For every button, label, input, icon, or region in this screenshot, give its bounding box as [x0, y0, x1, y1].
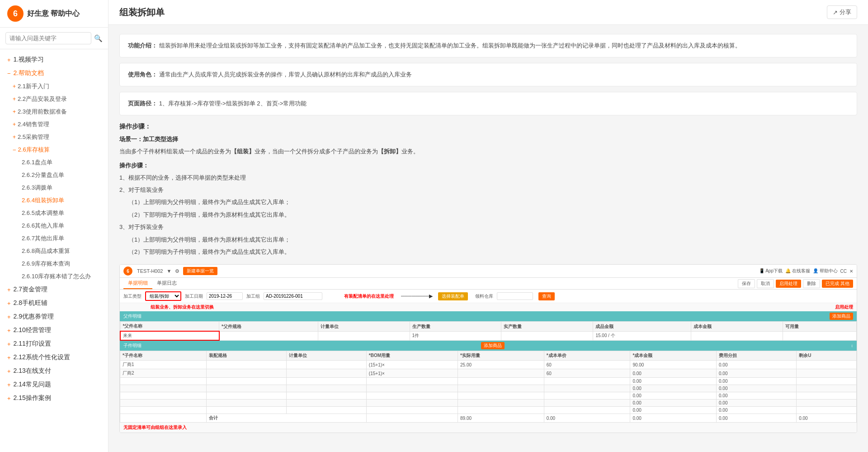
mock-upper-th-8: 可用量 — [783, 322, 856, 332]
sidebar-item-stocktake[interactable]: 2.6.1盘点单 — [22, 156, 108, 169]
sidebar-item-transfer[interactable]: 2.6.3调拨单 — [22, 181, 108, 194]
sidebar-section-label: 2.8手机旺辅 — [14, 299, 47, 307]
mock-upper-th-5: 实产数量 — [501, 322, 593, 332]
mock-upper-header-row: *父件名称 *父件规格 计量单位 生产数量 实产数量 成品金额 成本金额 可用量 — [120, 322, 857, 332]
mock-upper-cell-name: 来来 — [120, 331, 219, 340]
path-block: 页面路径： 1、库存核算->库存管理->组装拆卸单 2、首页->常用功能 — [119, 92, 857, 115]
sidebar-section-label: 2.13在线支付 — [14, 367, 51, 375]
mock-form-row1: 加工类型 组装/拆卸 组装 拆卸 加工日期 加工组 有装配清单的在这里处理 ──… — [120, 290, 857, 303]
sidebar-section-label: 2.11打印设置 — [14, 340, 51, 348]
sidebar-item-videos[interactable]: + 1.视频学习 — [0, 53, 108, 67]
steps-sub-title: 操作步骤： — [119, 162, 857, 170]
mock-lower-row-4: 0.000.00 — [120, 385, 857, 392]
sidebar-section-label: 2.帮助文档 — [14, 69, 44, 77]
mock-save-btn[interactable]: 保存 — [738, 279, 755, 288]
sidebar-item-cost-adjust[interactable]: 2.6.5成本调整单 — [22, 207, 108, 219]
sidebar-item-inventory[interactable]: − 2.6库存核算 — [13, 143, 108, 156]
mock-annotation-row: 组装业务、拆卸业务在这里切换 启用处理 — [120, 303, 857, 311]
ops-title: 操作步骤： — [119, 123, 857, 131]
screenshot-container: 6 TEST-H002 ▼ ⚙ 新建单据一览 📱 App下载 🔔 在线客服 👤 … — [119, 264, 857, 433]
mock-type-select[interactable]: 组装/拆卸 组装 拆卸 — [145, 291, 181, 301]
sidebar-item-purchase[interactable]: + 2.5采购管理 — [13, 131, 108, 143]
sidebar-section-label: 2.14常见问题 — [14, 381, 51, 389]
mock-lower-row-2: 厂商2 (15+1)× 60 0.00 0.00 — [120, 369, 857, 378]
mock-titlebar: 6 TEST-H002 ▼ ⚙ 新建单据一览 📱 App下载 🔔 在线客服 👤 … — [120, 265, 857, 278]
mock-logo: 6 — [123, 266, 132, 276]
sidebar-item-other-in[interactable]: 2.6.6其他入库单 — [22, 219, 108, 232]
sidebar-item-payment[interactable]: + 2.13在线支付 — [0, 364, 108, 378]
sidebar-item-ledger-fix[interactable]: 2.6.10库存账本错了怎么办 — [22, 270, 108, 283]
mock-app: 6 TEST-H002 ▼ ⚙ 新建单据一览 📱 App下载 🔔 在线客服 👤 … — [120, 265, 857, 433]
mock-complete-btn[interactable]: 已完成 其他 — [822, 280, 853, 288]
sidebar-section-label: 2.7资金管理 — [14, 285, 47, 294]
sidebar: 6 好生意 帮助中心 🔍 + 1.视频学习 − 2.帮助文档 + 2.1新手入门… — [0, 0, 108, 452]
sidebar-item-faq[interactable]: + 2.14常见问题 — [0, 378, 108, 391]
mock-lower-section-title: 子件明细 添加商品 ↕ — [120, 341, 857, 351]
sidebar-item-other-out[interactable]: 2.6.7其他出库单 — [22, 232, 108, 245]
sidebar-item-mobile[interactable]: + 2.8手机旺辅 — [0, 296, 108, 310]
mock-doc-no: TEST-H002 — [137, 268, 163, 274]
sidebar-item-partial-stocktake[interactable]: 2.6.2分量盘点单 — [22, 169, 108, 181]
mock-tab-log[interactable]: 单据日志 — [152, 278, 181, 289]
mock-delete-btn[interactable]: 删除 — [803, 279, 820, 288]
main-content: 组装拆卸单 ↗ 分享 功能介绍： 组装拆卸单用来处理企业组装或拆卸等加工业务，支… — [108, 0, 868, 452]
mock-lower-add-btn[interactable]: 添加商品 — [481, 342, 505, 349]
sidebar-item-cases[interactable]: + 2.15操作案例 — [0, 391, 108, 405]
mock-lower-row-7: 0.000.00 — [120, 407, 857, 414]
mock-lower-table: *子件名称 装配规格 计量单位 *BOM用量 *实际用量 *成本单价 *成本金额… — [120, 351, 857, 423]
step2-1: （1）上部明细为父件明细，最终作为产成品生成其它入库单； — [119, 197, 857, 207]
nav-tree: + 1.视频学习 − 2.帮助文档 + 2.1新手入门 + 2.2产品安装及登录… — [0, 49, 108, 452]
mock-group-input[interactable] — [264, 292, 322, 300]
mock-tab-detail[interactable]: 单据明细 — [123, 278, 152, 289]
mock-select-bom-btn[interactable]: 选择装配单 — [438, 292, 468, 300]
mock-new-btn[interactable]: 新建单据一览 — [183, 267, 217, 275]
expand-icon: + — [7, 57, 11, 63]
mock-upper-add-btn[interactable]: 添加商品 — [830, 313, 853, 320]
sidebar-item-data-prep[interactable]: + 2.3使用前数据准备 — [13, 105, 108, 118]
scene-desc: 当由多个子件材料组装成一个成品的业务为【组装】业务，当由一个父件拆分成多个子产品… — [119, 146, 857, 157]
annotation-has-bom: 有装配清单的在这里处理 — [344, 293, 394, 300]
sidebar-item-assembly[interactable]: 2.6.4组装拆卸单 — [22, 194, 108, 207]
sidebar-section-label: 2.10经营管理 — [14, 326, 51, 334]
mock-lower-row-5: 0.000.00 — [120, 392, 857, 400]
mock-lower-header-row: *子件名称 装配规格 计量单位 *BOM用量 *实际用量 *成本单价 *成本金额… — [120, 351, 857, 361]
sidebar-item-ops[interactable]: + 2.10经营管理 — [0, 324, 108, 337]
mock-tabs: 单据明细 单据日志 保存 取消 启用处理 删除 已完成 其他 — [120, 278, 857, 290]
sidebar-item-cost-recalc[interactable]: 2.6.8商品成本重算 — [22, 245, 108, 257]
role-label: 使用角色： — [128, 71, 157, 78]
mock-warehouse-input[interactable] — [497, 292, 533, 300]
step2-2: （2）下部明细为子件明细，最终作为原材料生成其它出库单。 — [119, 209, 857, 220]
sidebar-item-install[interactable]: + 2.2产品安装及登录 — [13, 93, 108, 105]
annotation-enable: 启用处理 — [835, 304, 853, 310]
annotation-no-bom: 无固定清单可由组组在这里录入 — [123, 425, 187, 430]
sidebar-item-coupon[interactable]: + 2.9优惠券管理 — [0, 310, 108, 324]
mock-cancel-btn[interactable]: 取消 — [757, 279, 774, 288]
role-block: 使用角色： 通常由生产人员或库管人员完成拆装业务的操作，库管人员确认原材料的出库… — [119, 63, 857, 86]
mock-process-btn[interactable]: 启用处理 — [776, 280, 801, 288]
app-name: 好生意 帮助中心 — [27, 9, 80, 19]
search-input[interactable] — [5, 32, 91, 44]
mock-upper-table: *父件名称 *父件规格 计量单位 生产数量 实产数量 成品金额 成本金额 可用量 — [120, 321, 857, 341]
mock-use-btn[interactable]: 查询 — [538, 292, 555, 300]
nav-sub-inventory: 2.6.1盘点单 2.6.2分量盘点单 2.6.3调拨单 2.6.4组装拆卸单 … — [13, 156, 108, 283]
app-logo: 6 — [7, 5, 24, 22]
share-button[interactable]: ↗ 分享 — [827, 5, 857, 19]
sidebar-item-sales[interactable]: + 2.4销售管理 — [13, 118, 108, 131]
step3-1: （1）上部明细为父件明细，最终作为原材料生成其它出库单； — [119, 234, 857, 245]
sidebar-item-ledger-query[interactable]: 2.6.9库存账本查询 — [22, 257, 108, 270]
sidebar-item-help-docs[interactable]: − 2.帮助文档 — [0, 67, 108, 80]
mock-lower-row-1: 厂商1 (15+1)× 25.00 60 90.00 0.00 — [120, 361, 857, 369]
step1: 1、根据不同的业务，选择不同单据的类型来处理 — [119, 172, 857, 183]
share-icon: ↗ — [833, 9, 838, 16]
scene-title: 场景一：加工类型选择 — [119, 135, 857, 143]
mock-date-input[interactable] — [207, 292, 243, 300]
search-button[interactable]: 🔍 — [94, 34, 103, 43]
sidebar-item-finance[interactable]: + 2.7资金管理 — [0, 283, 108, 296]
role-text: 通常由生产人员或库管人员完成拆装业务的操作，库管人员确认原材料的出库和产成品的入… — [159, 71, 412, 78]
sidebar-item-print[interactable]: + 2.11打印设置 — [0, 337, 108, 351]
mock-upper-row-1: 来来 1件 15.00 / 个 — [120, 331, 857, 340]
func-intro-label: 功能介绍： — [128, 42, 157, 49]
sidebar-item-customize[interactable]: + 2.12系统个性化设置 — [0, 351, 108, 364]
func-intro-block: 功能介绍： 组装拆卸单用来处理企业组装或拆卸等加工业务，支持有固定装配清单的产品… — [119, 34, 857, 57]
sidebar-item-beginner[interactable]: + 2.1新手入门 — [13, 80, 108, 93]
